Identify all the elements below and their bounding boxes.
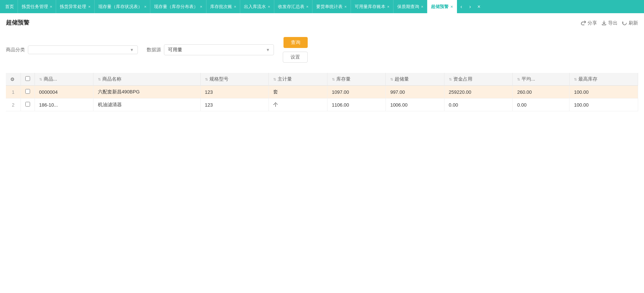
row-avg-0: 260.00 (513, 86, 570, 99)
nav-prev-arrow[interactable]: ‹ (457, 0, 466, 13)
row-stock-1: 1106.00 (327, 99, 385, 111)
th-stock[interactable]: ⇅ 库存量 (327, 73, 385, 86)
row-max-stock-1: 100.00 (570, 99, 638, 111)
row-checkbox-cell-1[interactable] (21, 99, 34, 111)
th-unit[interactable]: ⇅ 主计量 (269, 73, 327, 86)
sort-icon-stock: ⇅ (332, 77, 335, 81)
nav-tab-overstock-warning[interactable]: 超储预警 × (427, 0, 457, 13)
page-title: 超储预警 (6, 19, 29, 27)
filter-area: 商品分类 ▼ 数据源 可用量 ▼ 查询 设置 (6, 33, 638, 67)
th-avg[interactable]: ⇅ 平均... (513, 73, 570, 86)
nav-tab-inventory-dist-label: 现存量（库存分布表） (154, 4, 198, 10)
row-unit-0: 套 (269, 86, 327, 99)
sort-icon-spec: ⇅ (205, 77, 208, 81)
row-product-name-0: 六配套新昌490BPG (93, 86, 200, 99)
nav-tab-home[interactable]: 首页 (1, 0, 18, 13)
page-header: 超储预警 分享 导出 刷新 (6, 19, 638, 27)
row-spec-1: 123 (200, 99, 269, 111)
nav-tab-order-stats-label: 要货单统计表 (316, 4, 343, 10)
nav-tab-overstock-warning-close[interactable]: × (450, 4, 453, 9)
nav-tab-batch-close[interactable]: × (234, 4, 236, 9)
sort-icon-avg: ⇅ (517, 77, 520, 81)
settings-button[interactable]: 设置 (283, 52, 308, 63)
nav-tab-quality-check[interactable]: 保质期查询 × (394, 0, 427, 13)
sort-icon-product-code: ⇅ (39, 77, 42, 81)
row-unit-1: 个 (269, 99, 327, 111)
row-capital-0: 259220.00 (444, 86, 513, 99)
th-gear[interactable]: ⚙ (6, 73, 21, 86)
nav-tab-receive-summary-close[interactable]: × (306, 4, 308, 9)
export-label: 导出 (608, 20, 618, 26)
row-spec-0: 123 (200, 86, 269, 99)
category-label: 商品分类 (6, 47, 25, 53)
sort-icon-product-name: ⇅ (98, 77, 101, 81)
sort-icon-capital: ⇅ (449, 77, 452, 81)
th-product-code[interactable]: ⇅ 商品... (34, 73, 93, 86)
nav-tab-available-ledger[interactable]: 可用量库存账本 × (351, 0, 394, 13)
nav-tab-overstock-warning-label: 超储预警 (431, 4, 449, 10)
nav-tab-task-mgmt-close[interactable]: × (50, 4, 52, 9)
table-row: 2 186-10... 机油滤清器 123 个 1106.00 1006.00 … (6, 99, 638, 111)
share-button[interactable]: 分享 (581, 20, 597, 26)
category-select[interactable]: ▼ (28, 45, 138, 54)
row-checkbox-1[interactable] (25, 102, 30, 107)
filter-buttons: 查询 设置 (283, 37, 308, 63)
nav-tab-home-label: 首页 (5, 4, 14, 10)
refresh-icon (622, 21, 627, 26)
select-all-checkbox[interactable] (25, 76, 30, 81)
table-row: 1 0000004 六配套新昌490BPG 123 套 1097.00 997.… (6, 86, 638, 99)
nav-tab-inventory-dist[interactable]: 现存量（库存分布表） × (150, 0, 206, 13)
gear-icon: ⚙ (10, 77, 15, 82)
refresh-button[interactable]: 刷新 (622, 20, 638, 26)
nav-tab-receive-summary-label: 收发存汇总表 (278, 4, 304, 10)
nav-next-arrow[interactable]: › (466, 0, 475, 13)
nav-tab-inventory-dist-close[interactable]: × (200, 4, 202, 9)
main-content: 超储预警 分享 导出 刷新 商品 (0, 13, 644, 293)
export-icon (601, 21, 607, 26)
th-spec[interactable]: ⇅ 规格型号 (200, 73, 269, 86)
th-product-name[interactable]: ⇅ 商品名称 (93, 73, 200, 86)
nav-tab-available-ledger-close[interactable]: × (387, 4, 389, 9)
nav-tab-batch[interactable]: 库存批次账 × (206, 0, 240, 13)
export-button[interactable]: 导出 (601, 20, 618, 26)
nav-tab-receive-summary[interactable]: 收发存汇总表 × (274, 0, 312, 13)
nav-tab-abnormal-close[interactable]: × (88, 4, 90, 9)
share-label: 分享 (588, 20, 597, 26)
header-actions: 分享 导出 刷新 (581, 20, 638, 26)
row-max-stock-0: 100.00 (570, 86, 638, 99)
row-avg-1: 0.00 (513, 99, 570, 111)
row-product-name-1: 机油滤清器 (93, 99, 200, 111)
query-button[interactable]: 查询 (283, 37, 308, 48)
row-overstock-1: 1006.00 (386, 99, 444, 111)
nav-tab-inventory-status-label: 现存量（库存状况表） (98, 4, 142, 10)
nav-tab-order-stats-close[interactable]: × (344, 4, 347, 9)
filter-category: 商品分类 ▼ (6, 45, 138, 54)
row-checkbox-0[interactable] (25, 89, 30, 94)
sort-icon-max-stock: ⇅ (574, 77, 577, 81)
filter-datasource: 数据源 可用量 ▼ (147, 44, 274, 55)
nav-tab-quality-check-close[interactable]: × (421, 4, 423, 9)
th-overstock[interactable]: ⇅ 超储量 (386, 73, 444, 86)
th-capital[interactable]: ⇅ 资金占用 (444, 73, 513, 86)
nav-tab-inventory-status[interactable]: 现存量（库存状况表） × (95, 0, 150, 13)
nav-tab-order-stats[interactable]: 要货单统计表 × (312, 0, 351, 13)
th-checkbox[interactable] (21, 73, 34, 86)
datasource-select[interactable]: 可用量 ▼ (164, 44, 274, 55)
nav-close-arrow[interactable]: × (475, 0, 483, 13)
nav-tab-inout-flow-close[interactable]: × (268, 4, 270, 9)
table-header-row: ⚙ ⇅ 商品... ⇅ 商品名称 (6, 73, 638, 86)
category-chevron-icon: ▼ (130, 48, 134, 52)
row-checkbox-cell-0[interactable] (21, 86, 34, 99)
data-table: ⚙ ⇅ 商品... ⇅ 商品名称 (6, 73, 638, 111)
th-max-stock[interactable]: ⇅ 最高库存 (570, 73, 638, 86)
nav-tab-task-mgmt[interactable]: 拣货任务管理 × (18, 0, 56, 13)
nav-tab-inventory-status-close[interactable]: × (144, 4, 146, 9)
nav-tab-abnormal[interactable]: 拣货异常处理 × (56, 0, 94, 13)
nav-tab-task-mgmt-label: 拣货任务管理 (22, 4, 48, 10)
nav-tab-batch-label: 库存批次账 (210, 4, 232, 10)
datasource-label: 数据源 (147, 47, 161, 53)
row-num-1: 2 (6, 99, 21, 111)
table-body: 1 0000004 六配套新昌490BPG 123 套 1097.00 997.… (6, 86, 638, 111)
share-icon (581, 21, 586, 26)
nav-tab-inout-flow[interactable]: 出入库流水 × (240, 0, 274, 13)
